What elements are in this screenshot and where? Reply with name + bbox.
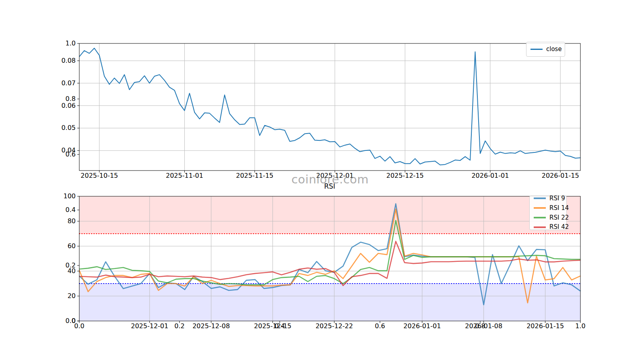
value-axis-label: 0.08: [61, 57, 76, 64]
overlay-y-axis-label: 0.0: [66, 317, 76, 325]
overlay-x-axis-label: 0.0: [74, 322, 84, 330]
rsi-legend: RSI 9 RSI 14 RSI 22 RSI 42: [529, 195, 567, 230]
close-line-swatch: [530, 49, 543, 50]
value-axis-label: 0.06: [61, 102, 76, 109]
rsi-chart-title: RSI: [324, 182, 335, 190]
legend-label-rsi-14: RSI 14: [549, 204, 569, 212]
legend-entry-rsi-9: RSI 9: [534, 195, 562, 202]
date-axis-label: 2025-11-01: [166, 172, 203, 179]
rsi-9-line-swatch: [534, 197, 546, 199]
overlay-x-axis-label: 0.2: [174, 322, 184, 330]
date-axis-label: 2025-12-15: [254, 322, 291, 330]
date-axis-label: 2025-11-15: [236, 172, 273, 179]
axes-frame: [79, 43, 580, 171]
legend-entry-rsi-22: RSI 22: [534, 214, 562, 222]
value-axis-label: 0.07: [61, 79, 76, 87]
value-axis-label: 80: [68, 217, 76, 225]
date-axis-label: 2026-01-01: [471, 172, 509, 179]
overlay-y-axis-label: 1.0: [66, 39, 76, 47]
overlay-x-axis-label: 0.4: [275, 322, 285, 330]
close-line: [79, 48, 580, 165]
value-axis-label: 20: [68, 292, 76, 300]
value-axis-label: 0.05: [61, 124, 76, 132]
overlay-x-axis-label: 1.0: [575, 322, 585, 330]
date-axis-label: 2026-01-15: [542, 172, 579, 179]
oversold-band: [79, 284, 580, 321]
overlay-x-axis-label: 0.6: [375, 322, 385, 330]
date-axis-label: 2025-12-22: [316, 322, 353, 330]
rsi-14-line-swatch: [534, 207, 546, 209]
overlay-y-axis-label: 0.2: [66, 261, 76, 269]
legend-label-rsi-9: RSI 9: [549, 195, 565, 202]
legend-label-rsi-22: RSI 22: [549, 214, 569, 222]
legend-label-close: close: [546, 45, 562, 53]
overlay-y-axis-label: 0.4: [66, 206, 76, 214]
value-axis-label: 100: [63, 192, 76, 200]
date-axis-label: 2025-10-15: [80, 172, 118, 179]
overlay-y-axis-label: 0.6: [66, 150, 76, 158]
legend-entry-close: close: [530, 45, 561, 53]
rsi-42-line: [79, 241, 580, 286]
legend-entry-rsi-42: RSI 42: [534, 223, 562, 231]
figure-canvas: 2025-10-152025-11-012025-11-152025-12-01…: [0, 0, 644, 362]
rsi-42-line-swatch: [534, 226, 546, 228]
value-axis-label: 60: [68, 242, 76, 250]
date-axis-label: 2025-12-01: [131, 322, 168, 330]
overlay-y-axis-label: 0.8: [66, 95, 76, 103]
date-axis-label: 2026-01-15: [526, 322, 564, 330]
legend-label-rsi-42: RSI 42: [549, 223, 569, 231]
close-legend: close: [526, 42, 565, 57]
date-axis-label: 2025-12-15: [386, 172, 424, 179]
date-axis-label: 2026-01-01: [403, 322, 441, 330]
overlay-x-axis-label: 0.8: [475, 322, 485, 330]
rsi-22-line-swatch: [534, 217, 546, 218]
legend-entry-rsi-14: RSI 14: [534, 204, 562, 212]
overbought-band: [79, 196, 580, 234]
date-axis-label: 2025-12-08: [192, 322, 230, 330]
